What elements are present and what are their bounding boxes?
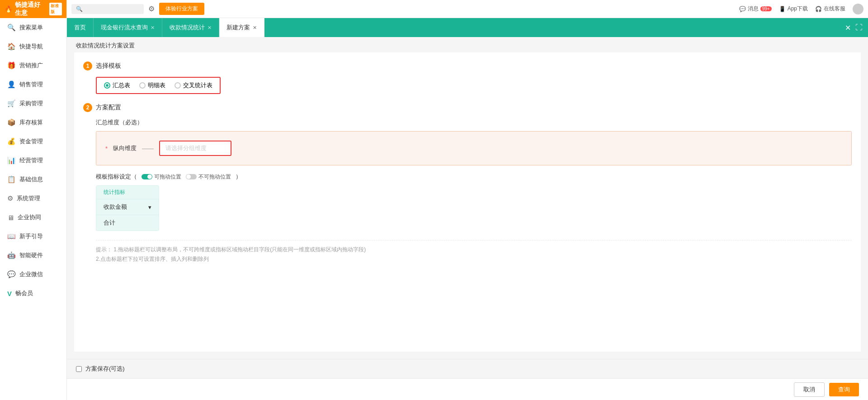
radio-cross-circle [175,82,181,89]
sidebar-item-wechat[interactable]: 💬 企业微信 [0,265,66,284]
dimension-area: * 纵向维度 —— 请选择分组维度 [96,131,852,165]
topbar-right: 💬 消息 99+ 📱 App下载 🎧 在线客服 [739,4,863,14]
sidebar-item-quicknav[interactable]: 🏠 快捷导航 [0,37,66,56]
sidebar-item-label: 销售管理 [19,80,43,89]
indicator-row-cell: 合计 [96,215,159,231]
purchase-icon: 🛒 [7,99,16,108]
sidebar-item-label: 资金管理 [19,137,43,146]
app-icon: 📱 [779,6,786,12]
tab-cashflow-close[interactable]: ✕ [151,25,155,31]
sidebar-item-label: 经营管理 [19,156,43,165]
support-label: 在线客服 [824,5,845,13]
indicator-col-cell[interactable]: 收款金额 ▾ [96,199,159,215]
logo-icon: 🔥 [5,5,12,13]
avatar[interactable] [853,4,863,14]
tabbar: 首页 现金银行流水查询 ✕ 收款情况统计 ✕ 新建方案 ✕ ✕ ⛶ [67,18,868,37]
wechat-icon: 💬 [7,270,16,278]
toggle-non-draggable[interactable]: 不可拖动位置 [186,173,231,181]
search-bar[interactable]: 🔍 [71,4,144,14]
inventory-icon: 📦 [7,118,16,127]
tabbar-controls: ✕ ⛶ [840,24,868,32]
tab-home[interactable]: 首页 [67,18,94,37]
radio-summary-circle [104,82,110,89]
management-icon: 📊 [7,156,16,165]
radio-detail-circle [139,82,146,89]
tab-close-all-icon[interactable]: ✕ [845,24,851,32]
query-button[interactable]: 查询 [829,383,859,396]
tab-cashflow[interactable]: 现金银行流水查询 ✕ [94,18,162,37]
message-label: 消息 [748,5,759,13]
toggle-draggable[interactable]: 可拖动位置 [142,173,181,181]
basicinfo-icon: 📋 [7,175,16,184]
cancel-button[interactable]: 取消 [794,382,825,397]
radio-summary[interactable]: 汇总表 [104,81,130,89]
save-label: 方案保存(可选) [85,365,125,373]
breadcrumb: 收款情况统计方案设置 [76,42,135,49]
sidebar-logo: 🔥 畅捷通好生意 标准版 [0,0,66,18]
indicator-header: 统计指标 [96,186,159,199]
vertical-dim-label: 纵向维度 [113,144,137,152]
tip-line-1: 提示： 1.拖动标题栏可以调整布局，不可跨维度或指标区域拖动栏目字段(只能在同一… [96,246,852,254]
sidebar-item-finance[interactable]: 💰 资金管理 [0,132,66,151]
sidebar-item-guide[interactable]: 📖 新手引导 [0,227,66,246]
search-icon: 🔍 [7,24,16,32]
indicator-section: 模板指标设定（ 可拖动位置 不可拖动位置 ） [96,173,852,231]
tab-receipt[interactable]: 收款情况统计 ✕ [162,18,219,37]
sidebar-item-management[interactable]: 📊 经营管理 [0,151,66,170]
sidebar-item-label: 营销推广 [19,61,43,70]
sidebar-item-inventory[interactable]: 📦 库存核算 [0,113,66,132]
tab-newplan[interactable]: 新建方案 ✕ [219,18,264,37]
sidebar-item-label: 库存核算 [19,118,43,127]
col-dropdown-icon[interactable]: ▾ [148,204,151,211]
indicator-config-text: 模板指标设定（ [96,173,137,181]
tab-maximize-icon[interactable]: ⛶ [855,24,863,32]
sidebar-item-purchase[interactable]: 🛒 采购管理 [0,94,66,113]
sidebar-item-marketing[interactable]: 🎁 营销推广 [0,56,66,75]
dimension-select[interactable]: 请选择分组维度 [159,141,231,156]
required-star: * [105,145,108,152]
arrow: —— [142,145,154,152]
sidebar-item-member[interactable]: V 畅会员 [0,284,66,303]
section2-label: 方案配置 [96,104,121,112]
tab-cashflow-label: 现金银行流水查询 [101,24,148,32]
indicator-config-label: 模板指标设定（ 可拖动位置 不可拖动位置 ） [96,173,852,181]
tab-receipt-close[interactable]: ✕ [208,25,212,31]
search-placeholder: 🔍 [76,6,83,12]
dimension-row: * 纵向维度 —— 请选择分组维度 [105,141,842,156]
logo-badge: 标准版 [49,3,62,15]
gear-icon[interactable]: ⚙ [148,5,155,13]
row-label: 合计 [104,219,115,226]
sidebar-item-sales[interactable]: 👤 销售管理 [0,75,66,94]
topbar: 🔍 ⚙ 体验行业方案 💬 消息 99+ 📱 App下载 🎧 在线客服 [67,0,868,18]
online-support-button[interactable]: 🎧 在线客服 [815,5,845,13]
toggle-draggable-label: 可拖动位置 [154,173,181,181]
message-button[interactable]: 💬 消息 99+ [739,5,772,13]
tip-line-2: 2.点击标题栏下拉可设置排序、插入列和删除列 [96,255,852,263]
sales-icon: 👤 [7,80,16,89]
radio-summary-label: 汇总表 [113,81,130,89]
app-download-button[interactable]: 📱 App下载 [779,5,808,13]
radio-cross[interactable]: 交叉统计表 [175,81,212,89]
section-config: 2 方案配置 汇总维度（必选） * 纵向维度 —— 请选择分组维度 [83,103,852,263]
section2-title: 2 方案配置 [83,103,852,112]
tab-newplan-close[interactable]: ✕ [253,25,257,31]
sidebar-item-label: 搜索菜单 [19,24,43,32]
radio-detail-label: 明细表 [148,81,165,89]
sidebar-item-search[interactable]: 🔍 搜索菜单 [0,18,66,37]
page-header: 收款情况统计方案设置 [67,37,868,52]
sidebar-item-hardware[interactable]: 🤖 智能硬件 [0,246,66,265]
tab-receipt-label: 收款情况统计 [170,24,205,32]
section-template: 1 选择模板 汇总表 明细表 [83,61,852,94]
finance-icon: 💰 [7,137,16,146]
main-card: 1 选择模板 汇总表 明细表 [74,52,861,352]
trial-button[interactable]: 体验行业方案 [159,3,204,15]
toggle-close-bracket: ） [236,173,241,181]
dimension-required-label: 汇总维度（必选） [96,118,852,127]
radio-detail[interactable]: 明细表 [139,81,165,89]
save-checkbox[interactable] [76,366,82,372]
toggle-group: 可拖动位置 不可拖动位置 ） [142,173,241,181]
gift-icon: 🎁 [7,61,16,70]
sidebar-item-basicinfo[interactable]: 📋 基础信息 [0,170,66,189]
sidebar-item-system[interactable]: ⚙ 系统管理 [0,189,66,208]
sidebar-item-collab[interactable]: 🖥 企业协同 [0,208,66,227]
